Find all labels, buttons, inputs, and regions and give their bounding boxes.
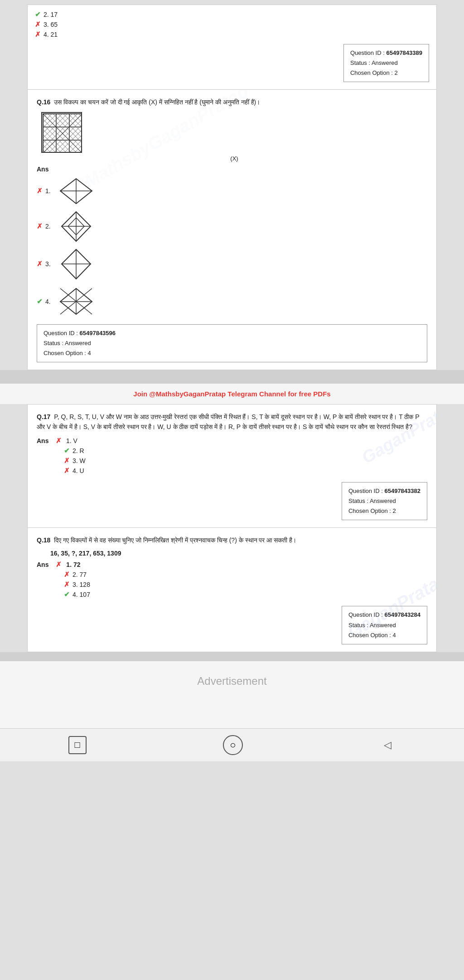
- q16-ans-opt4: ✔ 4.: [37, 285, 427, 319]
- correct-icon: ✔: [35, 10, 41, 19]
- qid-value: 65497843389: [386, 49, 422, 56]
- option-row-3: ✗ 3. 65: [35, 20, 429, 29]
- chosen-value: 2: [395, 69, 398, 76]
- q18-status-value: Answered: [370, 622, 396, 629]
- wrong-icon-q18-2: ✗: [64, 570, 70, 579]
- q18-qid-label: Question ID :: [348, 611, 383, 618]
- q18-opt4-row: ✔ 4. 107: [64, 590, 427, 599]
- q17-opt3-row: ✗ 3. W: [64, 457, 427, 465]
- q18-chosen-row: Chosen Option : 4: [348, 630, 420, 640]
- q17-section: GaganPratap Q.17 P, Q, R, S, T, U, V और …: [27, 404, 437, 528]
- q17-info-box: Question ID : 65497843382 Status : Answe…: [342, 482, 427, 520]
- ans-label-q16: Ans: [37, 166, 427, 173]
- q17-chosen-value: 2: [393, 507, 396, 514]
- nav-back-button[interactable]: ◁: [379, 737, 396, 753]
- separator-2: [0, 652, 464, 661]
- correct-icon-q17: ✔: [64, 447, 70, 455]
- q16-opt4-num: 4.: [45, 298, 54, 305]
- q16-chosen-label: Chosen Option :: [44, 350, 86, 356]
- nav-home-button[interactable]: ○: [223, 735, 243, 755]
- q18-opt1: 1. 72: [66, 561, 80, 568]
- telegram-text: Join @MathsbyGaganPratap Telegram Channe…: [133, 390, 330, 398]
- chosen-label: Chosen Option :: [350, 69, 393, 76]
- q18-status-row: Status : Answered: [348, 620, 420, 630]
- chosen-row: Chosen Option : 2: [350, 68, 422, 78]
- q17-chosen-row: Chosen Option : 2: [348, 506, 420, 516]
- q18-status-label: Status :: [348, 622, 368, 629]
- q16-qid-row: Question ID : 65497843596: [44, 328, 420, 338]
- status-label: Status :: [350, 59, 370, 66]
- q16-opt1-shape: [58, 176, 94, 206]
- q18-opt3-row: ✗ 3. 128: [64, 580, 427, 589]
- ans-label-q18: Ans ✗ 1. 72: [37, 561, 427, 569]
- wrong-icon-q16-2: ✗: [37, 222, 43, 230]
- q16-qid-value: 65497843596: [80, 330, 116, 336]
- q17-opt2-row: ✔ 2. R: [64, 447, 427, 455]
- bottom-spacer: [0, 701, 464, 728]
- svg-line-19: [62, 249, 76, 264]
- wrong-icon-q17-3: ✗: [64, 457, 70, 465]
- q17-status-value: Answered: [370, 497, 396, 504]
- qid-label: Question ID :: [350, 49, 385, 56]
- correct-icon-q16-4: ✔: [37, 297, 43, 306]
- q16-opt4-shape: [58, 285, 99, 319]
- q18-text: दिए गए विकल्पों में से वह संख्या चुनिए ज…: [54, 536, 296, 544]
- q17-text: P, Q, R, S, T, U, V और W नाम के आठ उत्तर…: [37, 413, 419, 430]
- wrong-icon-q18-1: ✗: [56, 561, 62, 568]
- option-row-4: ✗ 4. 21: [35, 30, 429, 39]
- status-row: Status : Answered: [350, 58, 422, 68]
- q18-opt4: 4. 107: [72, 591, 90, 598]
- q17-opt4: 4. U: [72, 467, 84, 474]
- q16-status-label: Status :: [44, 340, 63, 346]
- q18-question-text: Q.18 दिए गए विकल्पों में से वह संख्या चु…: [37, 535, 427, 545]
- advertisement-section: Advertisement: [0, 661, 464, 701]
- q16-section: MathsbyGaganPratap Q.16 उस विकल्प का चयन…: [27, 90, 437, 370]
- nav-bar: □ ○ ◁: [0, 728, 464, 761]
- q18-chosen-label: Chosen Option :: [348, 632, 391, 639]
- q17-opt4-row: ✗ 4. U: [64, 467, 427, 475]
- q16-chosen-row: Chosen Option : 4: [44, 348, 420, 358]
- separator-1: [0, 370, 464, 384]
- page-container: ✔ 2. 17 ✗ 3. 65 ✗ 4. 21 Question ID : 65…: [0, 5, 464, 761]
- q17-question-text: Q.17 P, Q, R, S, T, U, V और W नाम के आठ …: [37, 412, 427, 432]
- qid-row: Question ID : 65497843389: [350, 48, 422, 58]
- q16-ans-opt2: ✗ 2.: [37, 210, 427, 244]
- q17-label: Q.17: [37, 413, 50, 420]
- q17-status-row: Status : Answered: [348, 496, 420, 506]
- q16-text: उस विकल्प का चयन करें जो दी गई आकृति (X)…: [54, 98, 260, 106]
- status-value: Answered: [372, 59, 398, 66]
- x-pattern-svg: [41, 112, 82, 153]
- q17-qid-label: Question ID :: [348, 488, 383, 494]
- q16-qid-label: Question ID :: [44, 330, 78, 336]
- q18-qid-row: Question ID : 65497843284: [348, 610, 420, 620]
- question-info-box-prev: Question ID : 65497843389 Status : Answe…: [343, 44, 429, 82]
- option-text-2: 2. 17: [44, 11, 58, 18]
- q16-opt2-shape: [58, 210, 94, 244]
- wrong-icon-q16-3: ✗: [37, 260, 43, 268]
- option-row-2: ✔ 2. 17: [35, 10, 429, 19]
- wrong-icon-q16-1: ✗: [37, 187, 43, 195]
- nav-square-button[interactable]: □: [68, 736, 87, 754]
- svg-line-20: [76, 249, 91, 264]
- q18-opt3: 3. 128: [72, 581, 90, 588]
- q16-status-row: Status : Answered: [44, 338, 420, 348]
- q16-chosen-value: 4: [88, 350, 91, 356]
- q18-opt2: 2. 77: [72, 571, 87, 578]
- option-text-3: 3. 65: [44, 21, 58, 28]
- q18-opt2-row: ✗ 2. 77: [64, 570, 427, 579]
- q18-label: Q.18: [37, 536, 50, 544]
- q17-opt2: 2. R: [72, 447, 84, 454]
- prev-question-options: ✔ 2. 17 ✗ 3. 65 ✗ 4. 21: [35, 10, 429, 39]
- q16-opt3-shape: [58, 247, 94, 281]
- correct-icon-q18-4: ✔: [64, 590, 70, 599]
- q17-status-label: Status :: [348, 497, 368, 504]
- q16-x-figure: (X): [41, 112, 427, 162]
- ans-label-q17: Ans ✗ 1. V: [37, 437, 427, 445]
- option-text-4: 4. 21: [44, 31, 58, 38]
- telegram-banner: Join @MathsbyGaganPratap Telegram Channe…: [0, 384, 464, 404]
- q16-status-value: Answered: [65, 340, 91, 346]
- q16-ans-opt1: ✗ 1.: [37, 176, 427, 206]
- q16-ans-opt3: ✗ 3.: [37, 247, 427, 281]
- advertisement-label: Advertisement: [197, 675, 266, 687]
- q18-info-box: Question ID : 65497843284 Status : Answe…: [342, 606, 427, 644]
